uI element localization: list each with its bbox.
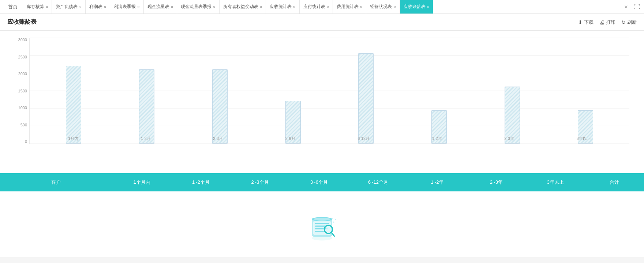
svg-point-14 [332,218,333,219]
tab-close-inventory[interactable]: × [46,5,48,9]
svg-point-13 [335,219,336,220]
tab-cashflow-q[interactable]: 现金流量表季报 × [177,0,219,14]
bars-row [30,38,629,144]
th-1: 1个月内 [112,179,171,186]
refresh-label: 刷新 [627,19,637,26]
tab-home[interactable]: 首页 [3,0,23,14]
bar-1-2月 [139,69,154,144]
tab-ap-stat[interactable]: 应付统计表 × [300,0,333,14]
bar-group-2-3月 [212,69,228,144]
th-7: 2~3年 [467,179,526,186]
tab-close-ar-stat[interactable]: × [293,5,295,9]
page-title: 应收账龄表 [7,18,37,26]
tab-profit[interactable]: 利润表 × [86,0,110,14]
tab-close-operation[interactable]: × [393,5,396,9]
refresh-button[interactable]: ↻刷新 [621,19,637,26]
y-label: 500 [20,123,27,127]
bar-1月内 [66,66,81,144]
svg-rect-3 [315,223,329,224]
tab-close-expense[interactable]: × [360,5,362,9]
th-6: 1~2年 [408,179,467,186]
svg-rect-4 [315,226,326,227]
x-label: 2-3年 [504,136,514,141]
download-icon: ⬇ [578,19,583,25]
bar-group-6-12月 [358,53,374,144]
x-axis: 1月内1-2月2-3月3-6月6-12月1-2年2-3年3年以上 [30,133,629,144]
tab-label-profit: 利润表 [89,4,102,10]
th-2: 1~2个月 [171,179,230,186]
tab-profit-q[interactable]: 利润表季报 × [110,0,143,14]
tab-label-profit-q: 利润表季报 [114,4,136,10]
x-label: 3年以上 [577,136,591,141]
tab-label-operation: 经营状况表 [370,4,392,10]
x-label: 1月内 [68,136,78,141]
tab-equity[interactable]: 所有者权益变动表 × [220,0,266,14]
y-label: 1500 [18,89,27,93]
empty-icon [304,213,340,243]
bar-6-12月 [358,53,374,144]
tab-label-expense: 费用统计表 [337,4,359,10]
y-label: 1000 [18,106,27,110]
tab-cashflow[interactable]: 现金流量表 × [144,0,177,14]
tab-close-equity[interactable]: × [260,5,262,9]
tab-operation[interactable]: 经营状况表 × [366,0,400,14]
tab-ar-aging[interactable]: 应收账龄表 × [400,0,433,14]
bar-group-1-2月 [139,69,154,144]
tab-close-ap-stat[interactable]: × [327,5,329,9]
tab-label-inventory: 库存核算 [27,4,44,10]
x-label: 2-3月 [213,136,223,141]
tab-label-equity: 所有者权益变动表 [223,4,258,10]
tab-label-cashflow-q: 现金流量表季报 [181,4,211,10]
tab-close-ar-aging[interactable]: × [427,5,429,9]
maximize-button[interactable]: ⛶ [633,3,641,11]
tab-bar: 首页 库存核算 ×资产负债表 ×利润表 ×利润表季报 ×现金流量表 ×现金流量表… [0,0,644,14]
y-label: 0 [25,140,27,144]
y-axis: 050010001500200025003000 [15,38,29,144]
x-label: 6-12月 [357,136,370,141]
chart-container: 050010001500200025003000 1月内1-2月2-3月3-6月… [15,38,629,155]
tab-label-balance: 资产负债表 [56,4,78,10]
svg-point-11 [314,218,330,221]
bar-2-3月 [212,69,228,144]
th-4: 3~6个月 [289,179,348,186]
tab-ar-stat[interactable]: 应收统计表 × [266,0,299,14]
download-label: 下载 [584,19,594,26]
chart-area: 050010001500200025003000 1月内1-2月2-3月3-6月… [0,31,644,173]
tab-home-label: 首页 [8,4,18,10]
chart-plot: 1月内1-2月2-3月3-6月6-12月1-2年2-3年3年以上 [29,38,629,144]
tab-label-cashflow: 现金流量表 [147,4,169,10]
th-9: 合计 [585,179,644,186]
tab-expense[interactable]: 费用统计表 × [333,0,366,14]
tab-close-cashflow-q[interactable]: × [213,5,215,9]
download-button[interactable]: ⬇下载 [578,19,594,26]
x-label: 1-2年 [432,136,442,141]
print-icon: 🖨 [599,19,604,25]
svg-point-8 [326,227,331,232]
svg-rect-6 [315,231,324,232]
close-button[interactable]: × [622,3,630,11]
table-header: 客户1个月内1~2个月2~3个月3~6个月6~12个月1~2年2~3年3年以上合… [0,173,644,191]
y-label: 3000 [18,38,27,42]
svg-point-12 [333,221,334,222]
tab-balance[interactable]: 资产负债表 × [52,0,85,14]
x-label: 3-6月 [285,136,295,141]
tab-inventory[interactable]: 库存核算 × [23,0,52,14]
print-label: 打印 [606,19,615,26]
empty-area [0,191,644,257]
tab-close-profit[interactable]: × [104,5,106,9]
th-5: 6~12个月 [349,179,408,186]
th-0: 客户 [0,179,112,186]
header-actions: ⬇下载🖨打印↻刷新 [578,19,637,26]
refresh-icon: ↻ [621,19,626,25]
tab-close-cashflow[interactable]: × [171,5,173,9]
x-label: 1-2月 [141,136,151,141]
tab-label-ap-stat: 应付统计表 [303,4,325,10]
tab-close-profit-q[interactable]: × [137,5,139,9]
y-label: 2500 [18,55,27,59]
print-button[interactable]: 🖨打印 [599,19,615,26]
tab-close-balance[interactable]: × [79,5,81,9]
y-label: 2000 [18,72,27,76]
th-8: 3年以上 [526,179,585,186]
tab-label-ar-stat: 应收统计表 [270,4,292,10]
th-3: 2~3个月 [231,179,289,186]
